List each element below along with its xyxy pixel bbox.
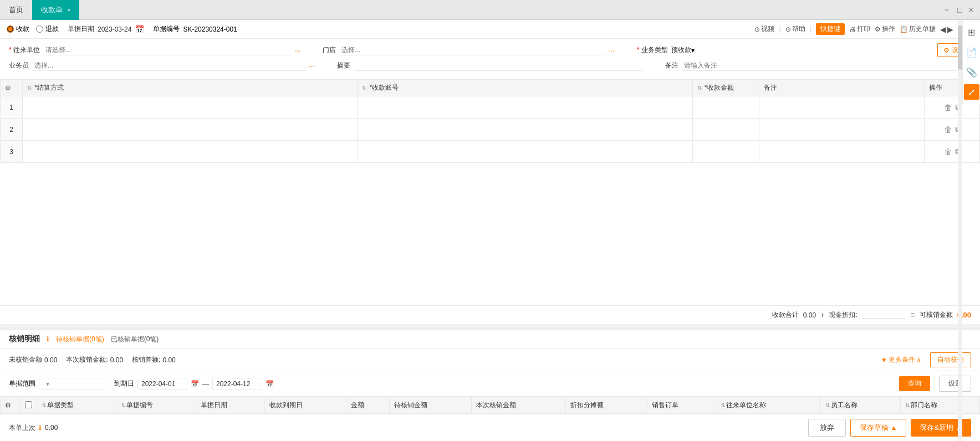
query-btn[interactable]: 查询 (899, 376, 930, 391)
prev-arrow[interactable]: ◀ (940, 25, 946, 34)
footer-info: 本单上次 ℹ 0.00 (9, 423, 58, 433)
toolbar-right: ⊙ 视频 | ⊙ 帮助 | 快捷键 🖨 打印 ⚙ 操作 📋 历史单据 ◀ ▶ ≡… (754, 23, 973, 35)
next-arrow[interactable]: ▶ (947, 25, 953, 34)
discount-label: 现金折扣: (829, 310, 857, 320)
counterpart-label: 往来单位 (9, 45, 40, 55)
receipt-radio[interactable]: 收款 (7, 24, 29, 34)
calendar-end-icon[interactable]: 📅 (266, 380, 274, 388)
counterpart-more-btn[interactable]: ··· (294, 46, 301, 55)
refund-radio[interactable]: 退款 (36, 24, 59, 34)
right-panel-expand-icon[interactable]: ⤢ (964, 84, 979, 100)
salesman-input[interactable] (32, 60, 306, 71)
plus-sign: + (820, 311, 824, 319)
save-draft-btn[interactable]: 保存草稿 ▲ (850, 419, 907, 437)
note-cell-3[interactable] (759, 141, 924, 163)
sort-icon[interactable]: ⇅ (905, 402, 910, 408)
done-tab[interactable]: 已核销单据(0笔) (111, 335, 159, 344)
table-settings-icon-bottom[interactable]: ⚙ (5, 402, 11, 409)
counterpart-field: 往来单位 ··· (9, 45, 300, 55)
sort-icon[interactable]: ⇅ (27, 85, 32, 91)
bottom-table-header: ⚙ ⇅单据类型 ⇅单据编号 单据日期 收款到期日 金额 (1, 397, 980, 414)
scrollbar-thumb[interactable] (958, 25, 962, 70)
sort-icon[interactable]: ⇅ (42, 402, 46, 408)
operation-btn[interactable]: ⚙ 操作 (875, 24, 895, 34)
business-type-select[interactable]: 预收款 ▾ (671, 45, 695, 55)
th-checkbox: ⚙ (1, 397, 21, 414)
tab-home[interactable]: 首页 (0, 0, 32, 20)
note-cell-1[interactable] (759, 96, 924, 119)
amount-cell-2[interactable] (692, 119, 759, 141)
right-panel: ⊞ 📄 📎 ⤢ (962, 20, 980, 104)
help-btn[interactable]: ⊙ 帮助 (785, 24, 805, 34)
doc-range-select[interactable]: ▾ (39, 378, 105, 390)
shortcut-btn[interactable]: 快捷键 (816, 23, 845, 35)
sort-icon[interactable]: ⇅ (721, 402, 725, 408)
row-num-1: 1 (1, 96, 23, 119)
table-settings-icon[interactable]: ⚙ (5, 84, 11, 92)
store-field: 门店 ··· (323, 45, 614, 55)
discount-input[interactable] (862, 311, 906, 319)
window-minimize-icon[interactable]: － (941, 4, 953, 16)
account-cell-3[interactable] (358, 141, 692, 163)
note-input[interactable] (682, 60, 971, 71)
nav-arrows: ◀ ▶ (940, 25, 953, 34)
th-amount-label: *收款金额 (705, 84, 734, 91)
video-btn[interactable]: ⊙ 视频 (754, 24, 774, 34)
main-content: 收款 退款 单据日期 2023-03-24 📅 单据编号 SK-20230324… (0, 20, 980, 441)
salesman-more-btn[interactable]: ··· (308, 61, 315, 70)
auto-writeoff-btn[interactable]: 自动核销 (930, 352, 971, 367)
settings-small-btn[interactable]: 设置 (939, 376, 971, 392)
summary-input[interactable] (354, 60, 643, 71)
th-doc-date: 单据日期 (196, 397, 264, 414)
sort-icon[interactable]: ⇅ (697, 85, 702, 91)
delete-icon-2[interactable]: 🗑 (944, 125, 952, 134)
summary-label: 摘要 (337, 61, 350, 70)
abandon-btn[interactable]: 放弃 (808, 419, 846, 437)
calendar-start-icon[interactable]: 📅 (191, 380, 199, 388)
amount-cell-3[interactable] (692, 141, 759, 163)
right-panel-doc-icon[interactable]: 📄 (964, 44, 979, 60)
store-input[interactable] (339, 45, 606, 55)
due-date-start-input[interactable] (137, 378, 187, 390)
select-all-checkbox[interactable] (25, 401, 32, 408)
history-btn[interactable]: 📋 历史单据 (900, 24, 936, 34)
settlement-cell-2[interactable] (23, 119, 358, 141)
note-cell-2[interactable] (759, 119, 924, 141)
sum-value: 0.00 (803, 311, 816, 319)
scrollbar-area[interactable] (958, 20, 962, 441)
pending-tab[interactable]: 待核销单据(0笔) (56, 335, 104, 344)
delete-icon-1[interactable]: 🗑 (944, 103, 952, 112)
row-num-2: 2 (1, 119, 23, 141)
sort-icon[interactable]: ⇅ (362, 85, 366, 91)
calendar-icon[interactable]: 📅 (135, 25, 144, 34)
close-tab-icon[interactable]: × (67, 7, 70, 13)
counterpart-input[interactable] (43, 45, 292, 55)
store-more-btn[interactable]: ··· (608, 46, 615, 55)
settlement-cell-1[interactable] (23, 96, 358, 119)
settlement-cell-3[interactable] (23, 141, 358, 163)
window-close-icon[interactable]: × (967, 4, 976, 16)
info-icon[interactable]: ℹ (39, 424, 42, 432)
top-toolbar: 收款 退款 单据日期 2023-03-24 📅 单据编号 SK-20230324… (0, 20, 980, 39)
amount-cell-1[interactable] (692, 96, 759, 119)
result-label: 可核销金额 (920, 310, 953, 320)
writeoff-stats: 未核销金额 0.00 本次核销金额: 0.00 核销差额: 0.00 ▼ 更多条… (0, 349, 980, 371)
due-date-end-input[interactable] (212, 378, 262, 390)
sort-icon[interactable]: ⇅ (121, 402, 125, 408)
window-restore-icon[interactable]: □ (955, 4, 964, 16)
account-cell-1[interactable] (358, 96, 692, 119)
account-cell-2[interactable] (358, 119, 692, 141)
tab-receipt[interactable]: 收款单 × (32, 0, 79, 20)
print-btn[interactable]: 🖨 打印 (849, 24, 870, 34)
equals-sign: = (911, 311, 915, 320)
right-panel-table-icon[interactable]: ⊞ (964, 24, 979, 40)
delete-icon-3[interactable]: 🗑 (944, 147, 952, 156)
form-row-2: 业务员 ··· 摘要 备注 (9, 60, 971, 71)
writeoff-info-icon[interactable]: ℹ (47, 335, 49, 343)
writeoff-header: 核销明细 ℹ 待核销单据(0笔) 已核销单据(0笔) (0, 330, 980, 349)
more-conditions-btn[interactable]: ▼ 更多条件 ∧ (881, 355, 921, 365)
right-panel-clip-icon[interactable]: 📎 (964, 64, 979, 80)
sort-icon[interactable]: ⇅ (825, 402, 830, 408)
table-row: 1 🗑 ⧉ (1, 96, 980, 119)
dropdown-arrow-icon[interactable]: ▾ (691, 47, 695, 54)
